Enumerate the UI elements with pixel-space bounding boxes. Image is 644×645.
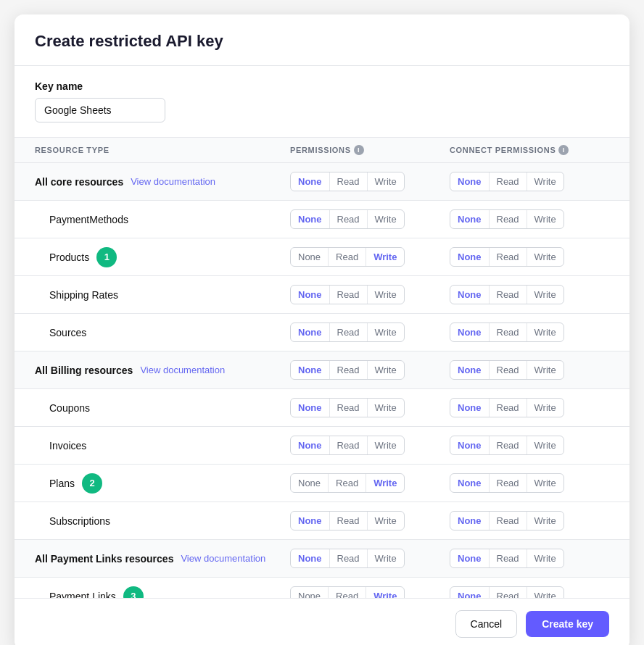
connect-perm-none-button[interactable]: None — [450, 399, 489, 417]
resource-name: Plans2 — [35, 473, 290, 494]
perm-none-button[interactable]: None — [291, 248, 328, 266]
connect-perm-read-button[interactable]: Read — [489, 549, 527, 567]
connect-perm-read-button[interactable]: Read — [489, 361, 527, 379]
perm-write-button[interactable]: Write — [367, 399, 404, 417]
connect-perm-none-button[interactable]: None — [450, 512, 489, 530]
connect-perm-write-button[interactable]: Write — [527, 474, 564, 492]
perm-write-button[interactable]: Write — [367, 436, 404, 454]
perm-read-button[interactable]: Read — [329, 361, 367, 379]
perm-read-button[interactable]: Read — [329, 549, 367, 567]
perm-none-button[interactable]: None — [291, 512, 329, 530]
table-row: InvoicesNoneReadWriteNoneReadWrite — [15, 427, 629, 465]
connect-permissions-cell: NoneReadWrite — [450, 172, 609, 191]
permission-group: NoneReadWrite — [290, 436, 405, 455]
perm-write-button[interactable]: Write — [367, 172, 404, 191]
view-documentation-link[interactable]: View documentation — [181, 553, 265, 564]
connect-permission-group: NoneReadWrite — [450, 285, 564, 304]
connect-perm-write-button[interactable]: Write — [527, 512, 564, 530]
perm-read-button[interactable]: Read — [329, 436, 367, 454]
perm-none-button[interactable]: None — [291, 474, 328, 492]
connect-perm-write-button[interactable]: Write — [527, 172, 564, 191]
connect-perm-read-button[interactable]: Read — [489, 399, 527, 417]
key-name-label: Key name — [35, 80, 609, 92]
perm-none-button[interactable]: None — [291, 210, 329, 228]
permissions-cell: NoneReadWrite — [290, 549, 450, 568]
perm-none-button[interactable]: None — [291, 587, 328, 598]
perm-none-button[interactable]: None — [291, 436, 329, 454]
perm-write-button[interactable]: Write — [366, 474, 404, 492]
connect-perm-read-button[interactable]: Read — [489, 248, 527, 266]
connect-perm-write-button[interactable]: Write — [527, 361, 564, 379]
perm-write-button[interactable]: Write — [366, 587, 404, 598]
perm-none-button[interactable]: None — [291, 399, 329, 417]
connect-perm-read-button[interactable]: Read — [489, 172, 527, 191]
connect-perm-none-button[interactable]: None — [450, 248, 489, 266]
connect-perm-write-button[interactable]: Write — [527, 399, 564, 417]
connect-perm-read-button[interactable]: Read — [489, 587, 527, 598]
connect-perm-none-button[interactable]: None — [450, 286, 489, 304]
connect-perm-write-button[interactable]: Write — [527, 210, 564, 228]
permission-group: NoneReadWrite — [290, 322, 405, 342]
perm-write-button[interactable]: Write — [367, 323, 404, 341]
connect-perm-write-button[interactable]: Write — [527, 549, 564, 567]
key-name-input[interactable] — [35, 98, 165, 122]
perm-write-button[interactable]: Write — [367, 286, 404, 304]
perm-none-button[interactable]: None — [291, 549, 329, 567]
connect-perm-none-button[interactable]: None — [450, 436, 489, 454]
perm-write-button[interactable]: Write — [367, 549, 404, 567]
perm-read-button[interactable]: Read — [329, 172, 367, 191]
view-documentation-link[interactable]: View documentation — [140, 365, 225, 375]
connect-perm-none-button[interactable]: None — [450, 587, 489, 598]
modal-header: Create restricted API key — [15, 14, 629, 66]
connect-perm-read-button[interactable]: Read — [489, 436, 527, 454]
perm-write-button[interactable]: Write — [367, 361, 404, 379]
permission-group: NoneReadWrite — [290, 285, 405, 304]
connect-perm-write-button[interactable]: Write — [527, 323, 564, 341]
permissions-info-icon[interactable]: i — [354, 145, 364, 155]
perm-write-button[interactable]: Write — [366, 248, 404, 266]
resource-name: PaymentMethods — [35, 214, 290, 225]
permission-group: NoneReadWrite — [290, 586, 405, 598]
perm-read-button[interactable]: Read — [328, 248, 366, 266]
cancel-button[interactable]: Cancel — [455, 610, 518, 638]
connect-perm-read-button[interactable]: Read — [489, 286, 527, 304]
permission-group: NoneReadWrite — [290, 398, 405, 417]
perm-read-button[interactable]: Read — [329, 323, 367, 341]
perm-write-button[interactable]: Write — [367, 210, 404, 228]
connect-perm-write-button[interactable]: Write — [527, 436, 564, 454]
perm-read-button[interactable]: Read — [329, 399, 367, 417]
connect-perm-none-button[interactable]: None — [450, 549, 489, 567]
perm-read-button[interactable]: Read — [328, 587, 366, 598]
perm-none-button[interactable]: None — [291, 361, 329, 379]
connect-perm-none-button[interactable]: None — [450, 210, 489, 228]
connect-perm-none-button[interactable]: None — [450, 474, 489, 492]
create-key-button[interactable]: Create key — [526, 611, 609, 637]
perm-read-button[interactable]: Read — [329, 512, 367, 530]
perm-read-button[interactable]: Read — [328, 474, 366, 492]
connect-permission-group: NoneReadWrite — [450, 209, 564, 229]
connect-perm-read-button[interactable]: Read — [489, 323, 527, 341]
connect-perm-none-button[interactable]: None — [450, 361, 489, 379]
connect-permission-group: NoneReadWrite — [450, 172, 564, 191]
resource-name: Products1 — [35, 247, 290, 267]
perm-write-button[interactable]: Write — [367, 512, 404, 530]
perm-none-button[interactable]: None — [291, 286, 329, 304]
connect-perm-write-button[interactable]: Write — [527, 587, 564, 598]
col-permissions: PERMISSIONS i — [290, 145, 450, 155]
connect-permissions-info-icon[interactable]: i — [558, 145, 569, 155]
resource-name: All Billing resourcesView documentation — [35, 365, 290, 376]
connect-perm-read-button[interactable]: Read — [489, 210, 527, 228]
connect-perm-read-button[interactable]: Read — [489, 474, 527, 492]
connect-perm-write-button[interactable]: Write — [527, 286, 564, 304]
perm-read-button[interactable]: Read — [329, 210, 367, 228]
perm-read-button[interactable]: Read — [329, 286, 367, 304]
perm-none-button[interactable]: None — [291, 172, 329, 191]
perm-none-button[interactable]: None — [291, 323, 329, 341]
connect-perm-write-button[interactable]: Write — [527, 248, 564, 266]
connect-perm-none-button[interactable]: None — [450, 172, 489, 191]
connect-perm-read-button[interactable]: Read — [489, 512, 527, 530]
connect-perm-none-button[interactable]: None — [450, 323, 489, 341]
table-row: Payment Links3NoneReadWriteNoneReadWrite — [15, 578, 629, 598]
view-documentation-link[interactable]: View documentation — [131, 176, 215, 187]
table-row: Plans2NoneReadWriteNoneReadWrite — [15, 465, 629, 502]
